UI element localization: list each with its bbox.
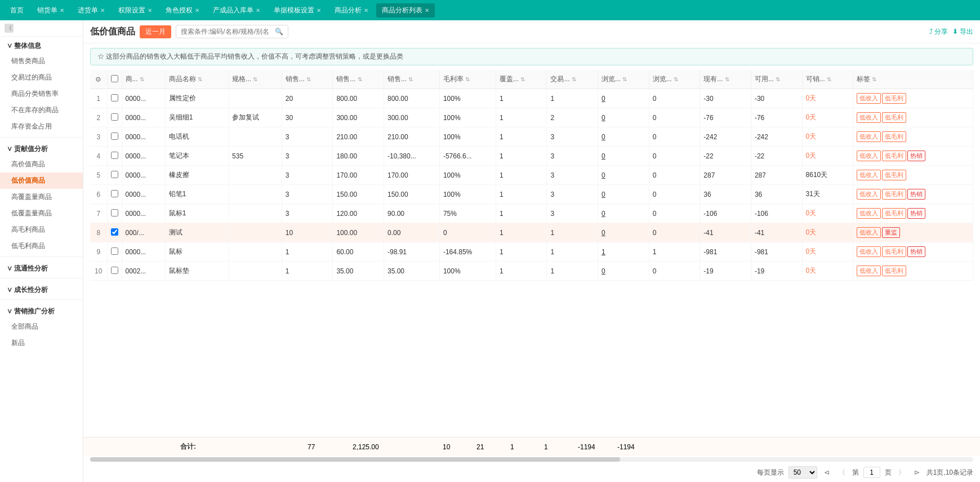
close-icon[interactable]: ✕ bbox=[148, 7, 152, 14]
browse-link[interactable]: 0 bbox=[602, 171, 605, 179]
row-checkbox-cell[interactable] bbox=[107, 147, 122, 166]
per-page-select[interactable]: 50 100 200 bbox=[789, 466, 817, 479]
nav-home[interactable]: 首页 bbox=[5, 3, 29, 17]
nav-product-analysis-list[interactable]: 商品分析列表 ✕ bbox=[376, 3, 435, 17]
row-browse1[interactable]: 0 bbox=[598, 223, 649, 242]
row-browse1[interactable]: 0 bbox=[598, 147, 649, 166]
nav-sales[interactable]: 销货单 ✕ bbox=[32, 3, 70, 17]
filter-recent-month-btn[interactable]: 近一月 bbox=[140, 25, 171, 38]
row-browse1[interactable]: 0 bbox=[598, 204, 649, 223]
browse-link[interactable]: 0 bbox=[602, 267, 605, 275]
row-checkbox[interactable] bbox=[111, 190, 118, 197]
search-input[interactable] bbox=[181, 28, 273, 36]
th-cover[interactable]: 覆盖... ⇅ bbox=[496, 70, 547, 89]
th-sales1[interactable]: 销售... ⇅ bbox=[282, 70, 333, 89]
th-margin[interactable]: 毛利率 ⇅ bbox=[439, 70, 496, 89]
sidebar-group-growth[interactable]: ∨ 成长性分析 bbox=[0, 281, 83, 297]
th-browse1[interactable]: 浏览... ⇅ bbox=[598, 70, 649, 89]
search-icon[interactable]: 🔍 bbox=[275, 28, 283, 36]
table-container[interactable]: ⚙ 商... ⇅ 商品名称 ⇅ 规格... ⇅ 销售... ⇅ 销售... ⇅ … bbox=[83, 70, 980, 437]
sidebar-item-no-stock-products[interactable]: 不在库存的商品 bbox=[0, 102, 83, 118]
row-checkbox-cell[interactable] bbox=[107, 262, 122, 281]
row-browse1[interactable]: 0 bbox=[598, 89, 649, 108]
row-checkbox-cell[interactable] bbox=[107, 204, 122, 223]
nav-product-inbound[interactable]: 产成品入库单 ✕ bbox=[207, 3, 266, 17]
prev-page-btn[interactable]: 〈 bbox=[836, 467, 848, 479]
row-checkbox-cell[interactable] bbox=[107, 185, 122, 204]
row-browse1[interactable]: 1 bbox=[598, 242, 649, 262]
row-checkbox-cell[interactable] bbox=[107, 166, 122, 185]
browse-link[interactable]: 0 bbox=[602, 191, 605, 198]
sidebar-item-all-products[interactable]: 全部商品 bbox=[0, 319, 83, 335]
sidebar-item-low-coverage[interactable]: 低覆盖量商品 bbox=[0, 205, 83, 222]
browse-link[interactable]: 0 bbox=[602, 210, 605, 218]
close-icon[interactable]: ✕ bbox=[425, 7, 429, 14]
row-checkbox[interactable] bbox=[111, 267, 118, 274]
last-page-btn[interactable]: ⊳ bbox=[912, 467, 922, 477]
close-icon[interactable]: ✕ bbox=[60, 7, 64, 14]
row-checkbox[interactable] bbox=[111, 152, 118, 159]
export-btn[interactable]: ⬇ 导出 bbox=[952, 27, 973, 37]
browse-link[interactable]: 0 bbox=[602, 152, 605, 160]
nav-purchase[interactable]: 进货单 ✕ bbox=[72, 3, 110, 17]
th-trade[interactable]: 交易... ⇅ bbox=[547, 70, 598, 89]
row-checkbox[interactable] bbox=[111, 228, 118, 236]
th-sellable[interactable]: 可销... ⇅ bbox=[802, 70, 853, 89]
row-checkbox[interactable] bbox=[111, 132, 118, 140]
select-all-checkbox[interactable] bbox=[111, 75, 118, 82]
row-checkbox[interactable] bbox=[111, 171, 118, 178]
row-checkbox[interactable] bbox=[111, 94, 118, 101]
horizontal-scrollbar[interactable] bbox=[90, 457, 973, 462]
first-page-btn[interactable]: ⊲ bbox=[822, 467, 832, 477]
th-sales2[interactable]: 销售... ⇅ bbox=[333, 70, 384, 89]
sidebar-item-new-products[interactable]: 新品 bbox=[0, 335, 83, 351]
row-browse1[interactable]: 0 bbox=[598, 166, 649, 185]
row-browse1[interactable]: 0 bbox=[598, 127, 649, 147]
row-checkbox[interactable] bbox=[111, 209, 118, 216]
th-sales3[interactable]: 销售... ⇅ bbox=[384, 70, 439, 89]
th-code[interactable]: 商... ⇅ bbox=[122, 70, 165, 89]
th-browse2[interactable]: 浏览... ⇅ bbox=[649, 70, 700, 89]
nav-permissions[interactable]: 权限设置 ✕ bbox=[113, 3, 158, 17]
sidebar-item-high-margin[interactable]: 高毛利商品 bbox=[0, 222, 83, 238]
th-available[interactable]: 可用... ⇅ bbox=[751, 70, 802, 89]
sidebar-item-low-margin[interactable]: 低毛利商品 bbox=[0, 238, 83, 254]
nav-roles[interactable]: 角色授权 ✕ bbox=[160, 3, 205, 17]
browse-link[interactable]: 0 bbox=[602, 114, 605, 122]
sidebar-collapse-btn[interactable]: 《 bbox=[5, 24, 14, 33]
row-checkbox[interactable] bbox=[111, 247, 118, 255]
th-tags[interactable]: 标签 ⇅ bbox=[853, 70, 973, 89]
sidebar-item-category-sales-rate[interactable]: 商品分类销售率 bbox=[0, 86, 83, 102]
sidebar-group-liquidity[interactable]: ∨ 流通性分析 bbox=[0, 259, 83, 276]
row-checkbox-cell[interactable] bbox=[107, 223, 122, 242]
browse-link[interactable]: 1 bbox=[602, 248, 605, 256]
th-spec[interactable]: 规格... ⇅ bbox=[229, 70, 282, 89]
browse-link[interactable]: 0 bbox=[602, 229, 605, 237]
row-browse1[interactable]: 0 bbox=[598, 185, 649, 204]
nav-template[interactable]: 单据模板设置 ✕ bbox=[268, 3, 327, 17]
next-page-btn[interactable]: 〉 bbox=[896, 467, 907, 479]
close-icon[interactable]: ✕ bbox=[256, 7, 260, 14]
close-icon[interactable]: ✕ bbox=[100, 7, 105, 14]
th-current[interactable]: 现有... ⇅ bbox=[700, 70, 751, 89]
browse-link[interactable]: 0 bbox=[602, 95, 605, 103]
nav-product-analysis[interactable]: 商品分析 ✕ bbox=[329, 3, 374, 17]
sidebar-item-high-value[interactable]: 高价值商品 bbox=[0, 156, 83, 173]
row-checkbox[interactable] bbox=[111, 113, 118, 121]
sidebar-item-traded-products[interactable]: 交易过的商品 bbox=[0, 69, 83, 86]
browse-link[interactable]: 0 bbox=[602, 133, 605, 141]
close-icon[interactable]: ✕ bbox=[317, 7, 321, 14]
th-name[interactable]: 商品名称 ⇅ bbox=[165, 70, 228, 89]
sidebar-item-stock-capital[interactable]: 库存资金占用 bbox=[0, 118, 83, 135]
share-btn[interactable]: ⤴ 分享 bbox=[929, 27, 948, 37]
sidebar-item-low-value[interactable]: 低价值商品 bbox=[0, 173, 83, 189]
sidebar-item-high-coverage[interactable]: 高覆盖量商品 bbox=[0, 189, 83, 205]
close-icon[interactable]: ✕ bbox=[364, 7, 368, 14]
row-checkbox-cell[interactable] bbox=[107, 108, 122, 127]
row-checkbox-cell[interactable] bbox=[107, 89, 122, 108]
page-number-input[interactable] bbox=[863, 467, 880, 478]
close-icon[interactable]: ✕ bbox=[195, 7, 199, 14]
row-checkbox-cell[interactable] bbox=[107, 127, 122, 147]
row-checkbox-cell[interactable] bbox=[107, 242, 122, 262]
th-settings[interactable]: ⚙ bbox=[90, 70, 107, 89]
